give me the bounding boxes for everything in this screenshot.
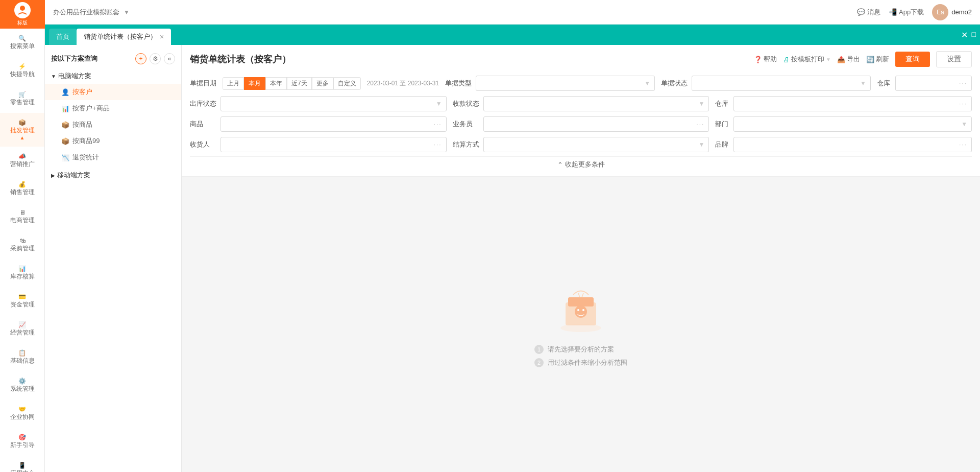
collect-status-input[interactable]: ▼ [483,96,709,111]
desktop-schemes-group: ▼ 电脑端方案 👤 按客户 📊 按客户+商品 📦 按商品 [45,68,181,168]
scheme-by-product-99[interactable]: 📦 按商品99 [45,133,181,149]
sidebar-item-search[interactable]: 🔍 搜索菜单 [0,29,44,57]
mobile-schemes-group: ▶ 移动端方案 [45,168,181,185]
warehouse-label2: 仓库 [715,99,729,108]
date-7days[interactable]: 近7天 [287,77,312,90]
customer-scheme-icon: 👤 [61,88,69,96]
date-more[interactable]: 更多 [312,77,333,90]
warehouse-group: 仓库 ··· [877,76,972,91]
date-this-month[interactable]: 本月 [244,77,265,90]
sidebar-item-purchase[interactable]: 🛍 采购管理 [0,231,44,259]
message-icon: 💬 [857,8,865,16]
warehouse-input2[interactable]: ··· [733,96,972,111]
empty-tip-2: 2 用过滤条件来缩小分析范围 [534,358,627,367]
sidebar-item-ecommerce[interactable]: 🖥 电商管理 [0,203,44,231]
brand-input[interactable]: ··· [733,137,972,152]
settings-scheme-btn[interactable]: ⚙ [150,53,161,64]
export-btn[interactable]: 📤 导出 [837,55,860,64]
tab-close-icon[interactable]: × [160,33,164,41]
order-type-input[interactable]: ▼ [476,76,655,91]
out-status-input[interactable]: ▼ [220,96,447,111]
refresh-btn[interactable]: 🔄 刷新 [866,55,889,64]
date-range-display: 2023-03-01 至 2023-03-31 [367,79,439,88]
date-filter-group: 上月 本月 本年 近7天 更多 自定义 [223,77,361,90]
collapse-icon: « [168,55,172,62]
tab-home[interactable]: 首页 [49,29,77,45]
filter-section: 单据日期 上月 本月 本年 近7天 更多 自定义 2023-03-01 至 20… [182,72,980,176]
page-action-btns: ❓ 帮助 🖨 按模板打印 ▼ 📤 导出 🔄 [754,51,972,67]
scheme-return-stats[interactable]: 📉 退货统计 [45,149,181,166]
brand-label: 品牌 [715,140,729,149]
logo-icon [14,2,31,18]
empty-illustration [550,282,611,335]
sidebar-item-basic[interactable]: 📋 基础信息 [0,343,44,371]
desktop-scheme-items: 👤 按客户 📊 按客户+商品 📦 按商品 📦 按商品99 [45,84,181,166]
search-icon: 🔍 [18,35,26,42]
scheme-by-customer-product[interactable]: 📊 按客户+商品 [45,100,181,116]
user-profile[interactable]: Ea demo2 [932,4,972,20]
svg-rect-3 [568,297,594,306]
sidebar-item-cooperation[interactable]: 🤝 企业协同 [0,399,44,428]
chart-icon-2: 📉 [61,154,69,161]
sidebar-item-sales[interactable]: 💰 销售管理 [0,175,44,203]
date-last-month[interactable]: 上月 [223,77,244,90]
settings-button[interactable]: 设置 [936,51,972,67]
sidebar-item-inventory[interactable]: 📊 库存核算 [0,259,44,287]
sidebar-nav: 🔍 搜索菜单 ⚡ 快捷导航 🛒 零售管理 📦 批发管理 ▲ 📣 营销推广 💰 销… [0,29,44,472]
warehouse-more-dots: ··· [959,100,967,107]
close-window-btn[interactable]: ✕ [961,30,968,40]
collapse-more-btn[interactable]: ⌃ 收起更多条件 [190,156,972,172]
add-scheme-btn[interactable]: + [135,53,146,64]
tab-report[interactable]: 销货单统计表（按客户） × [77,29,171,45]
warehouse-row2-group: 仓库 ··· [715,96,972,111]
collect-status-group: 收款状态 ▼ [453,96,709,111]
scheme-by-customer[interactable]: 👤 按客户 [45,84,181,100]
page-title: 销货单统计表（按客户） [190,53,291,65]
dropdown-arrow-industry[interactable]: ▼ [124,9,130,16]
warehouse-dots: ··· [959,80,967,87]
sidebar-item-wholesale[interactable]: 📦 批发管理 ▲ [0,113,44,147]
sidebar-item-appstore[interactable]: 📱 应用中心 [0,456,44,472]
recipient-input[interactable]: ··· [220,137,447,152]
sidebar-item-quicknav[interactable]: ⚡ 快捷导航 [0,57,44,85]
svg-point-5 [577,309,579,311]
messages-btn[interactable]: 💬 消息 [857,8,880,17]
app-header-left: 办公用品行业模拟账套 ▼ [53,8,130,17]
print-btn[interactable]: 🖨 按模板打印 ▼ [783,55,831,64]
tab-bar: 首页 销货单统计表（按客户） × ✕ □ [45,25,980,45]
help-icon: ❓ [754,56,762,63]
industry-label: 办公用品行业模拟账套 [53,8,119,17]
tab-bar-inner: 首页 销货单统计表（按客户） × ✕ □ [45,25,980,45]
date-this-year[interactable]: 本年 [265,77,287,90]
settlement-input[interactable]: ▼ [483,137,709,152]
window-controls: ✕ □ [961,30,976,40]
warehouse-input[interactable]: ··· [895,76,972,91]
desktop-schemes-title[interactable]: ▼ 电脑端方案 [45,68,181,84]
sidebar-item-newuser[interactable]: 🎯 新手引导 [0,428,44,456]
product-input[interactable]: ··· [220,116,447,132]
query-button[interactable]: 查询 [895,52,930,67]
cooperation-icon: 🤝 [18,406,26,413]
date-label: 单据日期 [190,79,216,88]
sidebar-item-retail[interactable]: 🛒 零售管理 [0,85,44,113]
sidebar-item-operations[interactable]: 📈 经营管理 [0,315,44,343]
order-type-group: 单据类型 ▼ [445,76,655,91]
sidebar-item-finance[interactable]: 💳 资金管理 [0,287,44,315]
empty-state-inner: 1 请先选择要分析的方案 2 用过滤条件来缩小分析范围 [534,282,627,367]
sidebar-item-system[interactable]: ⚙️ 系统管理 [0,371,44,399]
order-status-input[interactable]: ▼ [692,76,871,91]
date-custom[interactable]: 自定义 [333,77,361,90]
collapse-panel-btn[interactable]: « [164,53,175,64]
collapse-up-icon: ⌃ [557,161,563,169]
salesperson-input[interactable]: ··· [483,116,709,132]
app-download-btn[interactable]: 📲 App下载 [889,8,924,17]
help-btn[interactable]: ❓ 帮助 [754,55,777,64]
date-row-right: 单据类型 ▼ 单据状态 ▼ [445,76,871,91]
mobile-schemes-title[interactable]: ▶ 移动端方案 [45,168,181,183]
brand-dots: ··· [959,141,967,148]
chart-icon-1: 📊 [61,105,69,112]
sidebar-item-marketing[interactable]: 📣 营销推广 [0,147,44,175]
scheme-by-product[interactable]: 📦 按商品 [45,116,181,133]
maximize-window-btn[interactable]: □ [972,30,976,40]
department-input[interactable]: ▼ [733,116,972,132]
